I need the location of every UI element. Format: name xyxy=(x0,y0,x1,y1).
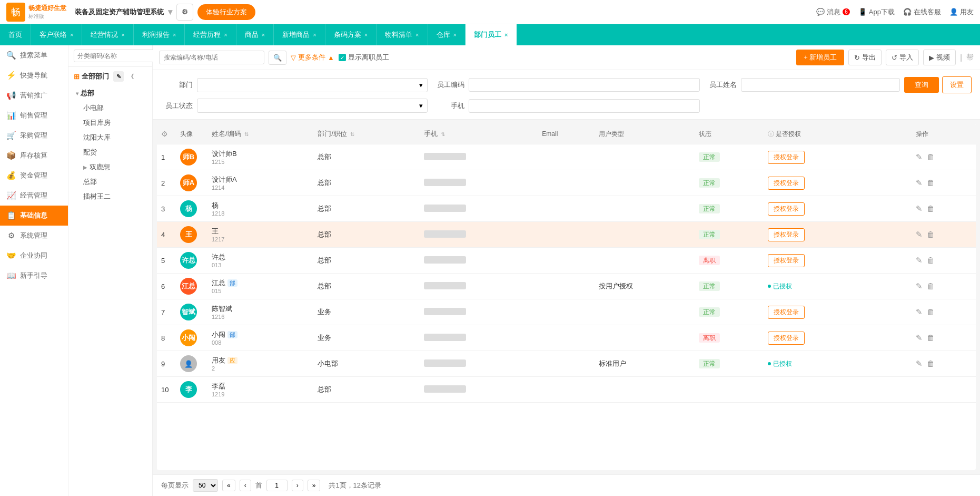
app-download-button[interactable]: 📱 App下载 xyxy=(858,7,895,17)
view-button[interactable]: ▶ 视频 xyxy=(923,50,956,65)
dept-node-hq[interactable]: 总部 xyxy=(68,174,152,189)
edit-icon[interactable]: ✎ xyxy=(916,307,923,317)
tab-barcode[interactable]: 条码方案× xyxy=(325,24,377,45)
col-phone[interactable]: 手机 ⇅ xyxy=(420,124,538,144)
auth-login-button[interactable]: 授权登录 xyxy=(768,254,805,267)
sidebar-item-basic-info[interactable]: 📋 基础信息 xyxy=(0,206,68,226)
dept-node-shuanglu[interactable]: ▶ 双鹿想 xyxy=(68,160,152,174)
edit-icon[interactable]: ✎ xyxy=(916,204,923,213)
close-icon[interactable]: × xyxy=(173,32,176,38)
set-button[interactable]: 设置 xyxy=(942,76,972,93)
delete-icon[interactable]: 🗑 xyxy=(927,281,935,291)
dept-node-distribution[interactable]: 配货 xyxy=(68,145,152,160)
dept-select[interactable]: ▾ xyxy=(197,78,428,92)
auth-login-button[interactable]: 授权登录 xyxy=(768,228,805,241)
dept-node-project[interactable]: 项目库房 xyxy=(68,115,152,130)
help-icon[interactable]: | xyxy=(960,53,962,62)
delete-icon[interactable]: 🗑 xyxy=(927,230,935,239)
status-select[interactable]: ▾ xyxy=(197,99,428,113)
row-auth[interactable]: 授权登录 xyxy=(764,299,869,325)
edit-icon[interactable]: ✎ xyxy=(916,281,923,291)
dept-collapse-btn[interactable]: 《 xyxy=(128,73,134,81)
edit-icon[interactable]: ✎ xyxy=(916,178,923,188)
next-page-button[interactable]: › xyxy=(292,480,303,491)
sidebar-item-guide[interactable]: 📖 新手引导 xyxy=(0,266,68,286)
sidebar-item-system[interactable]: ⚙ 系统管理 xyxy=(0,226,68,246)
close-icon[interactable]: × xyxy=(364,32,368,38)
page-number-input[interactable] xyxy=(266,480,288,491)
close-icon[interactable]: × xyxy=(453,32,457,38)
show-resigned-toggle[interactable]: ✓ 显示离职员工 xyxy=(339,53,389,62)
try-solution-button[interactable]: 体验行业方案 xyxy=(197,4,255,20)
sidebar-item-collab[interactable]: 🤝 企业协同 xyxy=(0,246,68,266)
sidebar-item-business[interactable]: 📈 经营管理 xyxy=(0,186,68,206)
close-icon[interactable]: × xyxy=(224,32,227,38)
export-button[interactable]: ↻ 导出 xyxy=(848,50,882,65)
dept-search-input[interactable] xyxy=(74,50,160,62)
edit-icon[interactable]: ✎ xyxy=(916,359,923,368)
delete-icon[interactable]: 🗑 xyxy=(927,307,935,317)
more-options-icon[interactable]: 帮 xyxy=(966,53,974,62)
search-button[interactable]: 🔍 xyxy=(269,51,286,65)
close-icon[interactable]: × xyxy=(313,32,316,38)
tab-profit[interactable]: 利润报告× xyxy=(134,24,185,45)
message-button[interactable]: 💬 消息 6 xyxy=(816,7,850,17)
close-icon[interactable]: × xyxy=(504,32,508,38)
close-icon[interactable]: × xyxy=(415,32,419,38)
sidebar-item-sales[interactable]: 📊 销售管理 xyxy=(0,105,68,125)
tab-history[interactable]: 经营历程× xyxy=(185,24,236,45)
tab-operation[interactable]: 经营情况× xyxy=(82,24,133,45)
edit-icon[interactable]: ✎ xyxy=(916,256,923,265)
row-auth[interactable]: 授权登录 xyxy=(764,325,869,351)
tab-home[interactable]: 首页 xyxy=(0,24,31,45)
close-icon[interactable]: × xyxy=(70,32,73,38)
phone-input[interactable] xyxy=(469,99,699,113)
per-page-select[interactable]: 50 xyxy=(193,479,218,492)
search-input[interactable] xyxy=(159,51,264,64)
online-service-button[interactable]: 🎧 在线客服 xyxy=(903,7,941,17)
import-button[interactable]: ↺ 导入 xyxy=(886,50,919,65)
row-auth[interactable]: 授权登录 xyxy=(764,144,869,170)
user-avatar[interactable]: 👤 用友 xyxy=(949,7,974,17)
sidebar-item-finance[interactable]: 💰 资金管理 xyxy=(0,166,68,186)
auth-login-button[interactable]: 授权登录 xyxy=(768,151,805,164)
delete-icon[interactable]: 🗑 xyxy=(927,333,935,343)
edit-icon[interactable]: ✎ xyxy=(916,152,923,162)
sidebar-item-search[interactable]: 🔍 搜索菜单 xyxy=(0,45,68,65)
delete-icon[interactable]: 🗑 xyxy=(927,359,935,368)
dept-node-shenyang[interactable]: 沈阳大库 xyxy=(68,130,152,145)
row-auth[interactable]: 授权登录 xyxy=(764,196,869,222)
dropdown-arrow-icon[interactable]: ▾ xyxy=(168,7,172,17)
dept-edit-icon[interactable]: ✎ xyxy=(113,71,124,82)
sidebar-item-marketing[interactable]: 📢 营销推广 xyxy=(0,85,68,105)
dept-node-general[interactable]: ▾ 总部 xyxy=(68,86,152,101)
tab-goods[interactable]: 商品× xyxy=(236,24,274,45)
auth-login-button[interactable]: 授权登录 xyxy=(768,306,805,319)
first-page-button[interactable]: « xyxy=(222,480,235,491)
col-dept-pos[interactable]: 部门/职位 ⇅ xyxy=(313,124,419,144)
dept-all-btn[interactable]: ⊞ 全部部门 ✎ 《 xyxy=(68,67,152,86)
col-settings[interactable]: ⚙ xyxy=(157,124,176,144)
row-auth[interactable]: 授权登录 xyxy=(764,170,869,196)
delete-icon[interactable]: 🗑 xyxy=(927,204,935,213)
delete-icon[interactable]: 🗑 xyxy=(927,256,935,265)
sidebar-item-purchase[interactable]: 🛒 采购管理 xyxy=(0,125,68,145)
auth-login-button[interactable]: 授权登录 xyxy=(768,202,805,216)
sidebar-item-inventory[interactable]: 📦 库存核算 xyxy=(0,145,68,166)
col-name-code[interactable]: 姓名/编码 ⇅ xyxy=(207,124,313,144)
emp-code-input[interactable] xyxy=(469,78,699,92)
close-icon[interactable]: × xyxy=(121,32,124,38)
edit-icon[interactable]: ✎ xyxy=(916,333,923,343)
prev-page-button[interactable]: ‹ xyxy=(240,480,251,491)
settings-button[interactable]: ⚙ xyxy=(176,4,193,21)
auth-login-button[interactable]: 授权登录 xyxy=(768,332,805,345)
emp-name-input[interactable] xyxy=(741,78,900,92)
auth-login-button[interactable]: 授权登录 xyxy=(768,177,805,190)
add-employee-button[interactable]: + 新增员工 xyxy=(796,50,844,65)
delete-icon[interactable]: 🗑 xyxy=(927,152,935,162)
close-icon[interactable]: × xyxy=(262,32,265,38)
query-button[interactable]: 查询 xyxy=(904,77,939,93)
settings-icon[interactable]: ⚙ xyxy=(161,130,168,138)
edit-icon[interactable]: ✎ xyxy=(916,230,923,239)
tab-bom[interactable]: 物料清单× xyxy=(377,24,428,45)
